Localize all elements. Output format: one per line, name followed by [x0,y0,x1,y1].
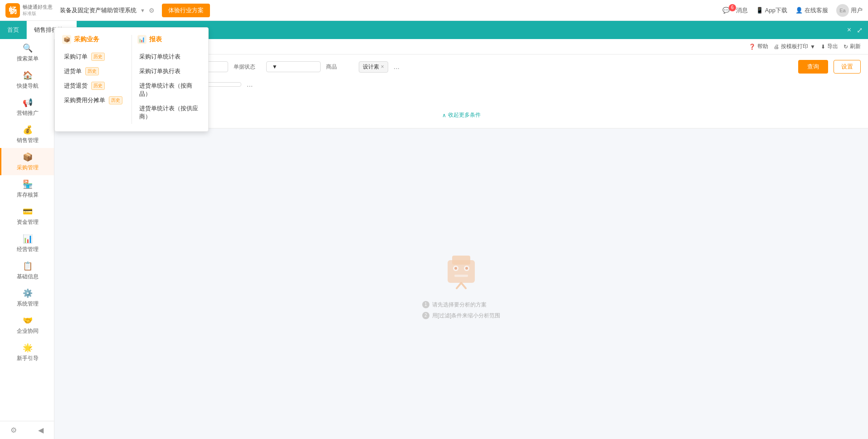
search-icon: 🔍 [23,43,33,53]
stock-in-label: 进货单 [64,67,82,75]
system-title-area: 装备及固定资产辅助管理系统 ▼ ⚙ 体验行业方案 [60,4,722,17]
dropdown-item-stock-return[interactable]: 进货退货 历史 [62,79,126,93]
sales-dots[interactable]: ... [247,80,253,89]
tab-close-btn[interactable]: × [847,26,851,34]
tip-text-1: 请先选择要分析的方案 [432,299,487,310]
tab-home-label: 首页 [7,26,19,34]
help-btn[interactable]: ❓ 帮助 [749,43,768,50]
tip-num-2: 2 [422,312,429,319]
dropdown-item-stock-by-supplier[interactable]: 进货单统计表（按供应商） [137,101,201,124]
service-icon: 👤 [795,7,803,14]
sidebar-item-operation[interactable]: 📊 经营管理 [0,230,54,257]
refresh-label: 刷新 [850,43,861,50]
sidebar-item-operation-label: 经营管理 [17,246,39,253]
avatar: Ea [836,4,849,17]
export-btn[interactable]: ⬇ 导出 [821,43,838,50]
set-btn[interactable]: 设置 [834,60,861,74]
sidebar-item-inventory[interactable]: 🏪 库存核算 [0,175,54,202]
online-service-label: 在线客服 [805,6,828,15]
export-icon: ⬇ [821,44,825,50]
title-dropdown-icon[interactable]: ▼ [140,8,145,13]
stock-by-goods-label: 进货单统计表（按商品） [139,82,200,98]
top-right: 💬 6 消息 📱 App下载 👤 在线客服 Ea 用户 [722,4,863,17]
empty-tip-2: 2 用[过滤]条件来缩小分析范围 [422,310,501,321]
print-btn[interactable]: 🖨 按模板打印 ▼ [774,43,815,50]
funds-icon: 💳 [23,207,33,217]
dropdown-left-title: 📦 采购业务 [62,35,126,44]
sidebar-item-purchase[interactable]: 📦 采购管理 [0,148,54,175]
order-summary-label: 采购订单统计表 [139,53,180,61]
tab-fullscreen-btn[interactable]: ⤢ [857,26,863,35]
dropdown-left-col: 📦 采购业务 采购订单 历史 进货单 历史 进货退货 历史 采购费用分摊单 历史 [62,35,126,124]
user-label: 用户 [851,6,863,15]
goods-tag[interactable]: 设计素 × [359,61,388,73]
basic-icon: 📋 [23,261,33,271]
dropdown-item-purchase-expense[interactable]: 采购费用分摊单 历史 [62,93,126,108]
sidebar-collapse-btn[interactable]: ◀ [38,426,44,434]
sidebar-settings-btn[interactable]: ⚙ [10,426,17,434]
sidebar-item-quicknav[interactable]: 🏠 快捷导航 [0,66,54,94]
online-service-btn[interactable]: 👤 在线客服 [795,6,828,15]
dropdown-item-stock-by-goods[interactable]: 进货单统计表（按商品） [137,79,201,101]
industry-btn[interactable]: 体验行业方案 [162,4,210,17]
notification-label: 消息 [736,6,748,15]
dropdown-item-purchase-order[interactable]: 采购订单 历史 [62,49,126,64]
app-download-btn[interactable]: 📱 App下载 [756,6,787,15]
purchase-icon: 📦 [23,152,33,162]
purchase-order-history[interactable]: 历史 [91,53,105,61]
goods-tag-close[interactable]: × [381,64,384,70]
dropdown-item-stock-in[interactable]: 进货单 历史 [62,64,126,79]
purchase-expense-history[interactable]: 历史 [109,96,122,104]
stock-return-history[interactable]: 历史 [91,82,105,90]
report-section-label: 报表 [149,35,162,44]
order-exec-label: 采购订单执行表 [139,67,180,75]
svg-point-5 [465,267,468,270]
print-label: 按模板打印 [781,43,808,50]
logo-text: 畅捷通好生意 [23,4,53,10]
user-area[interactable]: Ea 用户 [836,4,863,17]
stock-return-label: 进货退货 [64,82,88,90]
purchase-expense-label: 采购费用分摊单 [64,96,105,104]
tip-num-1: 1 [422,301,429,308]
logo-icon: 畅 [5,3,20,18]
dropdown-right-col: 📊 报表 采购订单统计表 采购订单执行表 进货单统计表（按商品） 进货单统计表（… [137,35,201,124]
sidebar-item-marketing[interactable]: 📢 营销推广 [0,94,54,121]
logo-badge: 标准版 [23,10,53,17]
dropdown-item-order-summary[interactable]: 采购订单统计表 [137,49,201,64]
svg-line-7 [457,283,461,288]
sidebar-item-sales[interactable]: 💰 销售管理 [0,121,54,148]
dropdown-item-order-exec[interactable]: 采购订单执行表 [137,64,201,79]
sidebar-item-purchase-label: 采购管理 [17,164,39,172]
tab-home[interactable]: 首页 [0,21,27,39]
goods-tag-label: 设计素 [363,63,379,71]
sidebar-item-enterprise[interactable]: 🤝 企业协同 [0,311,54,339]
stock-in-history[interactable]: 历史 [85,67,99,75]
svg-point-4 [454,267,457,270]
title-settings-icon[interactable]: ⚙ [149,7,155,14]
sidebar-item-basic-label: 基础信息 [17,273,39,281]
sidebar-item-funds[interactable]: 💳 资金管理 [0,202,54,230]
query-btn[interactable]: 查询 [798,60,828,74]
sidebar-item-funds-label: 资金管理 [17,218,39,226]
sidebar-item-guide-label: 新手引导 [17,355,39,362]
status-select-arrow: ▼ [272,64,278,70]
sidebar-item-search[interactable]: 🔍 搜索菜单 [0,39,54,66]
notification-badge: 6 [729,4,736,11]
home-icon: 🏠 [23,70,33,80]
sidebar-item-basic[interactable]: 📋 基础信息 [0,257,54,284]
sidebar-item-quicknav-label: 快捷导航 [17,82,39,90]
empty-tip-1: 1 请先选择要分析的方案 [422,299,501,310]
status-select[interactable]: ▼ [266,61,321,72]
filter-actions: 查询 设置 [798,60,861,74]
goods-dots[interactable]: ... [394,63,400,71]
svg-rect-1 [452,256,470,265]
refresh-btn[interactable]: ↻ 刷新 [844,43,861,50]
goods-label: 商品 [326,63,353,71]
tip-text-2: 用[过滤]条件来缩小分析范围 [432,310,501,321]
operation-icon: 📊 [23,234,33,244]
sales-icon: 💰 [23,125,33,135]
sidebar-item-guide[interactable]: 🌟 新手引导 [0,339,54,366]
notification-btn[interactable]: 💬 6 消息 [722,6,748,15]
sidebar-item-marketing-label: 营销推广 [17,109,39,117]
sidebar-item-system[interactable]: ⚙️ 系统管理 [0,284,54,311]
